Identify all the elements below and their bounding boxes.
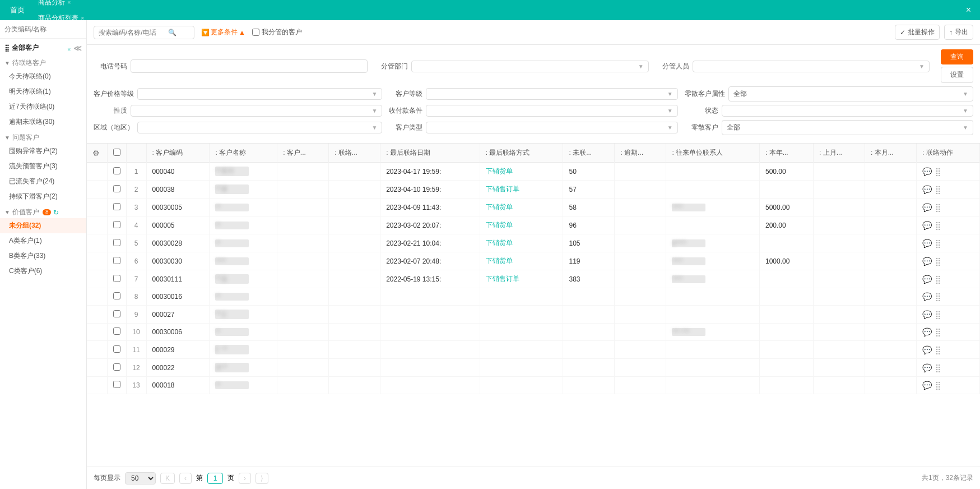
nav-home[interactable]: 首页 [4,5,30,15]
row-last-contact-way[interactable]: 下销货单 [480,216,563,234]
sidebar-item-2-3[interactable]: C类客户(6) [0,264,86,279]
sidebar-item-0-1[interactable]: 明天待联络(1) [0,84,86,99]
reset-btn[interactable]: 设置 [941,67,973,83]
apps-icon[interactable]: ⣿ [935,239,941,248]
filter-input-0-0[interactable] [131,59,368,73]
message-icon[interactable]: 💬 [922,221,932,230]
filter-select-1-0[interactable]: ▼ [137,88,382,100]
category-search-input[interactable] [4,25,87,33]
message-icon[interactable]: 💬 [922,203,932,212]
apps-icon[interactable]: ⣿ [935,185,941,194]
sidebar-item-1-3[interactable]: 持续下滑客户(2) [0,189,86,204]
row-check[interactable] [107,324,126,341]
apps-icon[interactable]: ⣿ [935,167,941,176]
select-all-checkbox[interactable] [113,149,120,156]
row-check[interactable] [107,234,126,252]
close-tab-icon[interactable]: × [67,0,71,6]
apps-icon[interactable]: ⣿ [935,257,941,266]
contact-way-link[interactable]: 下销货单 [486,239,513,247]
more-filters-btn[interactable]: 🔽 更多条件 ▲ [201,27,245,37]
contact-way-link[interactable]: 下销货单 [486,221,513,229]
row-checkbox[interactable] [113,239,120,246]
message-icon[interactable]: 💬 [922,257,932,266]
sidebar-section-1[interactable]: ▼问题客户 [0,130,86,144]
apps-icon[interactable]: ⣿ [935,381,941,390]
export-btn[interactable]: ↑ 导出 [944,25,973,40]
settings-icon[interactable]: ⚙ [92,149,100,158]
close-all-icon[interactable]: × [962,5,976,15]
sidebar-item-2-0[interactable]: 未分组(32) [0,218,86,233]
sidebar-section-0[interactable]: ▼待联络客户 [0,55,86,69]
message-icon[interactable]: 💬 [922,381,932,390]
message-icon[interactable]: 💬 [922,363,932,372]
message-icon[interactable]: 💬 [922,310,932,319]
close-tab-icon[interactable]: × [81,15,84,21]
contact-way-link[interactable]: 下销售订单 [486,185,519,193]
row-last-contact-way[interactable]: 下销售订单 [480,181,563,199]
search-icon[interactable]: 🔍 [168,29,177,36]
search-box[interactable]: 🔍 [94,26,194,39]
row-checkbox[interactable] [113,167,120,174]
th-check[interactable] [107,144,126,163]
message-icon[interactable]: 💬 [922,239,932,248]
filter-select-2-1[interactable]: ▼ [426,105,677,117]
sidebar-item-0-2[interactable]: 近7天待联络(0) [0,99,86,114]
row-last-contact-way[interactable]: 下销售订单 [480,270,563,288]
sidebar-item-2-1[interactable]: A类客户(1) [0,233,86,248]
sidebar-item-2-2[interactable]: B类客户(33) [0,248,86,264]
message-icon[interactable]: 💬 [922,167,932,176]
row-check[interactable] [107,216,126,234]
apps-icon[interactable]: ⣿ [935,310,941,319]
apps-icon[interactable]: ⣿ [935,292,941,301]
sidebar-item-1-2[interactable]: 已流失客户(24) [0,174,86,189]
row-last-contact-way[interactable]: 下销货单 [480,234,563,252]
row-checkbox[interactable] [113,327,120,335]
my-customer-checkbox-label[interactable]: 我分管的客户 [252,27,302,37]
refresh-icon[interactable]: ↻ [53,209,59,216]
row-check[interactable] [107,270,126,288]
apps-icon[interactable]: ⣿ [935,345,941,354]
prev-page-btn[interactable]: ‹ [179,473,192,484]
query-btn[interactable]: 查询 [941,49,973,64]
filter-select-0-2[interactable]: ▼ [693,61,930,72]
row-check[interactable] [107,341,126,359]
message-icon[interactable]: 💬 [922,292,932,301]
row-last-contact-way[interactable]: 下销货单 [480,163,563,181]
row-checkbox[interactable] [113,185,120,192]
row-checkbox[interactable] [113,363,120,371]
row-checkbox[interactable] [113,310,120,317]
table-wrap[interactable]: ⚙: 客户编码: 客户名称: 客户...: 联络...: 最后联络日期: 最后联… [87,144,980,467]
apps-icon[interactable]: ⣿ [935,221,941,230]
row-checkbox[interactable] [113,381,120,388]
next-page-btn[interactable]: › [239,473,251,484]
close-tab-icon[interactable]: × [67,46,71,53]
row-check[interactable] [107,306,126,324]
filter-select-2-2[interactable]: ▼ [722,105,973,117]
row-check[interactable] [107,181,126,199]
row-last-contact-way[interactable]: 下销货单 [480,252,563,270]
nav-tab-商品分析[interactable]: 商品分析× [31,0,91,10]
row-checkbox[interactable] [113,203,120,210]
filter-select-3-1[interactable]: ▼ [426,122,677,133]
message-icon[interactable]: 💬 [922,345,932,354]
last-page-btn[interactable]: ⟩ [256,473,268,484]
contact-way-link[interactable]: 下销售订单 [486,275,519,283]
sidebar-item-1-1[interactable]: 流失预警客户(3) [0,159,86,174]
contact-way-link[interactable]: 下销货单 [486,167,513,175]
row-check[interactable] [107,163,126,181]
apps-icon[interactable]: ⣿ [935,363,941,372]
sidebar-item-1-0[interactable]: 囤购异常客户(2) [0,144,86,159]
sidebar-item-0-0[interactable]: 今天待联络(0) [0,69,86,84]
filter-select-1-1[interactable]: ▼ [426,88,677,100]
apps-icon[interactable]: ⣿ [935,327,941,336]
filter-select-2-0[interactable]: ▼ [131,105,382,117]
filter-select-0-1[interactable]: ▼ [411,61,648,72]
row-checkbox[interactable] [113,257,120,264]
my-customer-checkbox[interactable] [252,29,259,36]
row-check[interactable] [107,288,126,306]
row-check[interactable] [107,252,126,270]
filter-select-3-2[interactable]: 全部▼ [722,120,973,135]
message-icon[interactable]: 💬 [922,275,932,284]
filter-select-3-0[interactable]: ▼ [137,122,382,133]
row-check[interactable] [107,199,126,216]
